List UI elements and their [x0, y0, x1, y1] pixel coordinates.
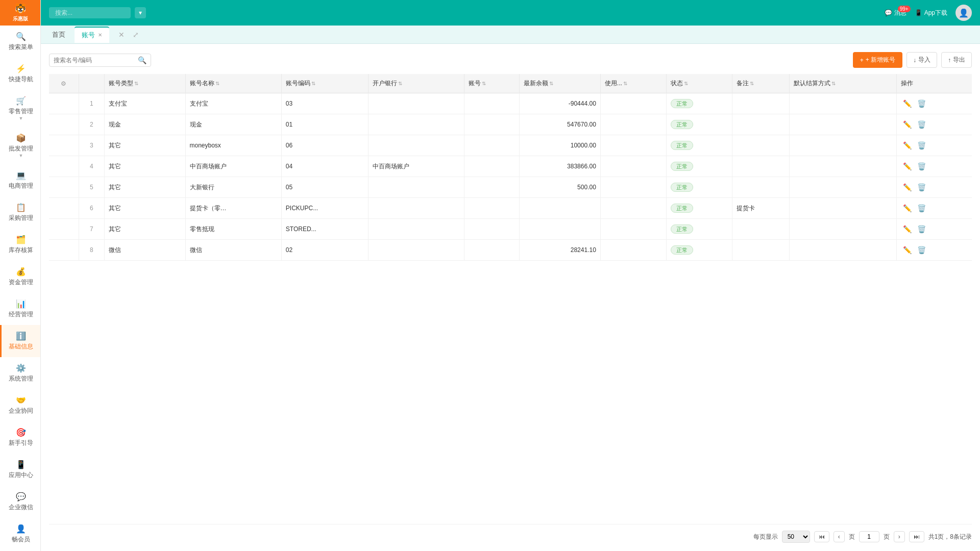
table-row[interactable]: 5 其它 大新银行 05 500.00 正常 ✏️ 🗑️ — [49, 177, 972, 198]
main-search-input[interactable] — [54, 57, 138, 64]
sidebar-item-finance[interactable]: 💰 资金管理 — [0, 261, 40, 293]
sidebar-item-retail[interactable]: 🛒 零售管理 ▼ — [0, 90, 40, 127]
delete-button[interactable]: 🗑️ — [915, 98, 928, 109]
top-search-input[interactable] — [49, 7, 131, 18]
delete-button[interactable]: 🗑️ — [915, 182, 928, 192]
page-size-select[interactable]: 50 10 20 100 — [782, 531, 810, 543]
window-close-button[interactable]: ✕ — [115, 30, 128, 40]
tab-account-close[interactable]: ✕ — [98, 32, 102, 38]
next-page-button[interactable]: › — [894, 531, 905, 542]
user-avatar[interactable]: 👤 — [955, 5, 972, 21]
edit-button[interactable]: ✏️ — [901, 224, 914, 234]
table-row[interactable]: 6 其它 提货卡（零… PICKUPC... 正常 提货卡 ✏️ 🗑️ — [49, 198, 972, 219]
import-button[interactable]: ↓ 导入 — [906, 52, 937, 68]
sidebar-item-ecommerce[interactable]: 💻 电商管理 — [0, 164, 40, 196]
edit-button[interactable]: ✏️ — [901, 98, 914, 109]
column-name[interactable]: 账号名称⇅ — [185, 74, 281, 93]
column-account[interactable]: 账号⇅ — [464, 74, 520, 93]
content-area: 🔍 + + 新增账号 ↓ 导入 ↑ 导出 — [41, 44, 980, 551]
prev-page-button[interactable]: ‹ — [834, 531, 845, 542]
delete-button[interactable]: 🗑️ — [915, 161, 928, 171]
sidebar-icon-guide: 🎯 — [16, 428, 26, 437]
sidebar-item-member[interactable]: 👤 畅会员 — [0, 518, 40, 550]
import-label: 导入 — [918, 56, 930, 64]
edit-button[interactable]: ✏️ — [901, 140, 914, 151]
row-status: 正常 — [666, 93, 732, 114]
sidebar-item-purchase[interactable]: 📋 采购管理 — [0, 196, 40, 229]
row-type: 其它 — [104, 198, 185, 219]
sidebar-item-wholesale[interactable]: 📦 批发管理 ▼ — [0, 127, 40, 164]
table-row[interactable]: 2 现金 现金 01 547670.00 正常 ✏️ 🗑️ — [49, 114, 972, 135]
table-row[interactable]: 3 其它 moneybosx 06 10000.00 正常 ✏️ 🗑️ — [49, 135, 972, 156]
column-usage[interactable]: 使用...⇅ — [600, 74, 666, 93]
sidebar-item-basic[interactable]: ℹ️ 基础信息 — [0, 325, 40, 357]
table-row[interactable]: 4 其它 中百商场账户 04 中百商场账户 383866.00 正常 ✏️ 🗑️ — [49, 156, 972, 177]
notifications[interactable]: 💬 消息 99+ — [885, 9, 906, 17]
row-settlement — [790, 135, 896, 156]
sidebar-label-company: 企业协同 — [9, 407, 33, 415]
sidebar-item-quick[interactable]: ⚡ 快捷导航 — [0, 58, 40, 90]
tab-account[interactable]: 账号 ✕ — [75, 27, 109, 43]
row-bank — [368, 219, 464, 240]
sidebar-item-wechat[interactable]: 💬 企业微信 — [0, 486, 40, 518]
sort-icon-code: ⇅ — [311, 81, 315, 86]
row-usage — [600, 198, 666, 219]
app-download-link[interactable]: 📱 App下载 — [915, 9, 947, 17]
sort-icon-settlement: ⇅ — [831, 81, 836, 86]
edit-button[interactable]: ✏️ — [901, 161, 914, 171]
row-balance: 10000.00 — [520, 135, 601, 156]
sidebar-item-inventory[interactable]: 🗂️ 库存核算 — [0, 229, 40, 261]
current-page-input[interactable] — [859, 531, 879, 542]
sidebar-item-appcenter[interactable]: 📱 应用中心 — [0, 454, 40, 486]
row-balance: 547670.00 — [520, 114, 601, 135]
row-bank — [368, 114, 464, 135]
delete-button[interactable]: 🗑️ — [915, 119, 928, 130]
sidebar-icon-wechat: 💬 — [16, 492, 26, 502]
column-settlement[interactable]: 默认结算方式⇅ — [790, 74, 896, 93]
column-code[interactable]: 账号编码⇅ — [281, 74, 368, 93]
window-expand-button[interactable]: ⤢ — [130, 30, 142, 40]
column-balance[interactable]: 最新余额⇅ — [520, 74, 601, 93]
sidebar-item-system[interactable]: ⚙️ 系统管理 — [0, 357, 40, 389]
column-type[interactable]: 账号类型⇅ — [104, 74, 185, 93]
column-status[interactable]: 状态⇅ — [666, 74, 732, 93]
dropdown-button[interactable]: ▾ — [135, 7, 146, 18]
sidebar-item-operations[interactable]: 📊 经营管理 — [0, 293, 40, 325]
page-size-label: 每页显示 — [753, 533, 778, 541]
tab-home[interactable]: 首页 — [45, 27, 72, 42]
last-page-button[interactable]: ⏭ — [909, 531, 924, 542]
export-button[interactable]: ↑ 导出 — [941, 52, 972, 68]
sidebar-icon-retail: 🛒 — [16, 96, 26, 106]
sidebar-item-company[interactable]: 🤝 企业协同 — [0, 389, 40, 421]
delete-button[interactable]: 🗑️ — [915, 224, 928, 234]
main-search-box[interactable]: 🔍 — [49, 54, 151, 67]
column-bank[interactable]: 开户银行⇅ — [368, 74, 464, 93]
row-remark — [732, 93, 790, 114]
row-status: 正常 — [666, 219, 732, 240]
message-icon: 💬 — [885, 9, 892, 16]
table-row[interactable]: 8 微信 微信 02 28241.10 正常 ✏️ 🗑️ — [49, 240, 972, 261]
row-actions: ✏️ 🗑️ — [896, 114, 972, 135]
table-row[interactable]: 7 其它 零售抵现 STORED... 正常 ✏️ 🗑️ — [49, 219, 972, 240]
sidebar-item-search[interactable]: 🔍 搜索菜单 — [0, 26, 40, 58]
table-row[interactable]: 1 支付宝 支付宝 03 -90444.00 正常 ✏️ 🗑️ — [49, 93, 972, 114]
delete-button[interactable]: 🗑️ — [915, 245, 928, 255]
edit-button[interactable]: ✏️ — [901, 245, 914, 255]
column-config[interactable]: ⚙ — [49, 74, 79, 93]
row-remark — [732, 177, 790, 198]
sidebar-item-guide[interactable]: 🎯 新手引导 — [0, 421, 40, 454]
sidebar-label-appcenter: 应用中心 — [9, 471, 33, 480]
row-code: 02 — [281, 240, 368, 261]
edit-button[interactable]: ✏️ — [901, 182, 914, 192]
column-remark[interactable]: 备注⇅ — [732, 74, 790, 93]
row-name: 支付宝 — [185, 93, 281, 114]
sidebar-arrow-wholesale: ▼ — [19, 153, 23, 158]
search-icon[interactable]: 🔍 — [138, 56, 146, 64]
first-page-button[interactable]: ⏮ — [814, 531, 829, 542]
avatar-image: 👤 — [959, 8, 969, 18]
delete-button[interactable]: 🗑️ — [915, 140, 928, 151]
edit-button[interactable]: ✏️ — [901, 119, 914, 130]
add-account-button[interactable]: + + 新增账号 — [853, 52, 902, 68]
delete-button[interactable]: 🗑️ — [915, 203, 928, 213]
edit-button[interactable]: ✏️ — [901, 203, 914, 213]
